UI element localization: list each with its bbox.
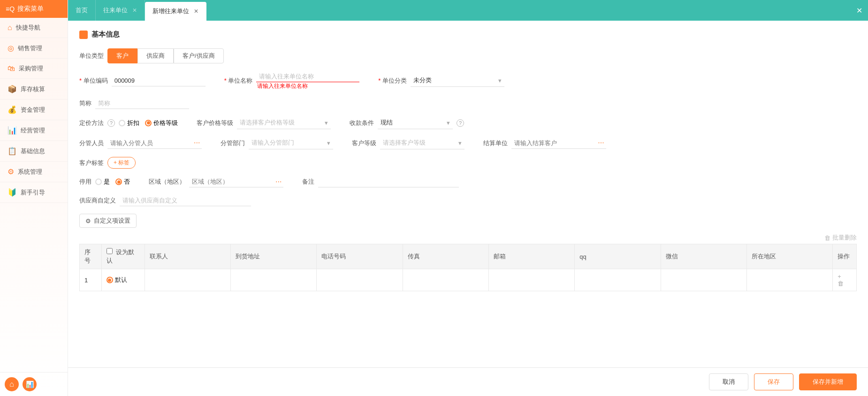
pricing-radio-group: 折扣 价格等级 bbox=[119, 119, 178, 127]
customer-level-placeholder: 请选择客户等级 bbox=[383, 139, 457, 147]
sidebar-item-quick-nav[interactable]: ⌂ 快捷导航 bbox=[0, 18, 68, 38]
sidebar: ≡Q 搜索菜单 ⌂ 快捷导航 ◎ 销售管理 🛍 采购管理 📦 库存核算 💰 资金… bbox=[0, 0, 68, 396]
type-btn-customer[interactable]: 客户 bbox=[107, 48, 137, 63]
settlement-more-btn[interactable]: ··· bbox=[596, 139, 606, 147]
disabled-yes-radio[interactable]: 是 bbox=[95, 178, 110, 186]
tab-home[interactable]: 首页 bbox=[68, 0, 96, 21]
form-content: 基本信息 单位类型 客户 供应商 客户/供应商 单位编码 单位名称 bbox=[68, 21, 868, 367]
type-btn-supplier[interactable]: 供应商 bbox=[137, 48, 174, 63]
save-button[interactable]: 保存 bbox=[754, 373, 793, 390]
row-address bbox=[230, 269, 316, 291]
row-fax-input[interactable] bbox=[408, 277, 484, 284]
tab-close-all-btn[interactable]: ✕ bbox=[851, 0, 868, 21]
manager-input-group: ··· bbox=[107, 138, 202, 149]
region-more-btn[interactable]: ··· bbox=[274, 178, 283, 186]
remark-label: 备注 bbox=[302, 178, 314, 186]
custom-settings-label: 自定义项设置 bbox=[94, 217, 130, 225]
pricing-help-icon[interactable]: ? bbox=[107, 119, 115, 127]
settlement-label: 结算单位 bbox=[483, 139, 508, 148]
row-delete-btn[interactable]: 🗑 bbox=[838, 280, 844, 287]
supplier-custom-input[interactable] bbox=[120, 195, 251, 206]
row-default-radio[interactable] bbox=[107, 277, 113, 283]
pricing-level-radio[interactable]: 价格等级 bbox=[145, 119, 178, 127]
row-default-label: 默认 bbox=[115, 276, 127, 284]
sidebar-item-operation[interactable]: 📊 经营管理 bbox=[0, 120, 68, 141]
section-basic-info: 基本信息 bbox=[79, 30, 857, 39]
sidebar-label: 库存核算 bbox=[21, 85, 45, 93]
disabled-no-radio[interactable]: 否 bbox=[115, 178, 130, 186]
row-wechat-input[interactable] bbox=[666, 277, 742, 284]
sidebar-item-basic[interactable]: 📋 基础信息 bbox=[0, 141, 68, 162]
remark-input[interactable] bbox=[318, 176, 459, 187]
manager-row: 分管人员 ··· 分管部门 请输入分管部门 ▾ 客户等级 请选择客户等级 ▾ bbox=[79, 137, 857, 149]
settlement-input[interactable] bbox=[511, 138, 596, 148]
tab-counterparty-label: 往来单位 bbox=[103, 6, 128, 15]
disabled-label: 停用 bbox=[79, 178, 91, 186]
payment-help-icon[interactable]: ? bbox=[457, 119, 464, 127]
tab-bar: 首页 往来单位 ✕ 新增往来单位 ✕ ✕ bbox=[68, 0, 868, 21]
col-region: 所在地区 bbox=[746, 244, 832, 269]
system-icon: ⚙ bbox=[8, 167, 14, 176]
sidebar-item-guide[interactable]: 🔰 新手引导 bbox=[0, 182, 68, 203]
row-contact-input[interactable] bbox=[150, 277, 226, 284]
row-phone-input[interactable] bbox=[321, 277, 397, 284]
customer-level-select[interactable]: 请选择客户等级 ▾ bbox=[380, 137, 464, 149]
pricing-level-circle bbox=[145, 120, 152, 126]
row-add-btn[interactable]: + bbox=[838, 273, 841, 280]
tab-new-counterparty-close[interactable]: ✕ bbox=[194, 8, 198, 15]
unit-category-value: 未分类 bbox=[413, 76, 496, 85]
short-name-input[interactable] bbox=[95, 98, 189, 109]
add-tag-button[interactable]: + 标签 bbox=[107, 157, 136, 169]
select-all-checkbox[interactable] bbox=[107, 248, 113, 254]
type-btn-both[interactable]: 客户/供应商 bbox=[174, 48, 224, 63]
pricing-label: 定价方法 bbox=[79, 119, 104, 127]
row-region-input[interactable] bbox=[752, 277, 828, 284]
department-select[interactable]: 请输入分管部门 ▾ bbox=[249, 137, 333, 149]
unit-category-select[interactable]: 未分类 ▾ bbox=[411, 74, 504, 87]
unit-name-input[interactable] bbox=[256, 71, 359, 82]
search-menu-btn[interactable]: ≡Q 搜索菜单 bbox=[0, 0, 68, 18]
sidebar-chart-btn[interactable]: 📊 bbox=[23, 377, 37, 391]
sidebar-home-btn[interactable]: ⌂ bbox=[5, 377, 19, 391]
customer-price-select[interactable]: 请选择客户价格等级 ▾ bbox=[237, 116, 331, 129]
inventory-icon: 📦 bbox=[8, 85, 17, 93]
sidebar-item-system[interactable]: ⚙ 系统管理 bbox=[0, 162, 68, 182]
region-input[interactable] bbox=[189, 176, 274, 187]
sidebar-label: 销售管理 bbox=[18, 44, 42, 53]
unit-name-label: 单位名称 bbox=[224, 77, 253, 85]
sidebar-item-inventory[interactable]: 📦 库存核算 bbox=[0, 79, 68, 100]
settlement-input-group: ··· bbox=[511, 138, 606, 149]
tab-new-counterparty[interactable]: 新增往来单位 ✕ bbox=[145, 2, 206, 21]
row-qq-input[interactable] bbox=[579, 277, 655, 284]
save-new-button[interactable]: 保存并新增 bbox=[799, 373, 857, 390]
section-title: 基本信息 bbox=[91, 30, 120, 39]
form-footer: 取消 保存 保存并新增 bbox=[68, 367, 868, 396]
col-contact: 联系人 bbox=[145, 244, 230, 269]
customer-level-group: 客户等级 请选择客户等级 ▾ bbox=[352, 137, 464, 149]
pricing-discount-radio[interactable]: 折扣 bbox=[119, 119, 139, 127]
region-input-group: ··· bbox=[189, 176, 283, 187]
row-email-input[interactable] bbox=[494, 277, 570, 284]
cancel-button[interactable]: 取消 bbox=[709, 373, 748, 390]
col-address: 到货地址 bbox=[230, 244, 316, 269]
customer-level-arrow: ▾ bbox=[458, 140, 462, 147]
sidebar-label: 新手引导 bbox=[21, 188, 45, 197]
row-contact bbox=[145, 269, 230, 291]
manager-input[interactable] bbox=[107, 138, 192, 148]
disabled-group: 停用 是 否 bbox=[79, 178, 130, 186]
sidebar-item-sales[interactable]: ◎ 销售管理 bbox=[0, 38, 68, 59]
manager-more-btn[interactable]: ··· bbox=[192, 139, 202, 147]
payment-terms-select[interactable]: 现结 ▾ bbox=[378, 116, 453, 129]
sidebar-item-purchase[interactable]: 🛍 采购管理 bbox=[0, 59, 68, 79]
custom-settings-button[interactable]: ⚙ 自定义项设置 bbox=[79, 214, 137, 228]
row-fax bbox=[403, 269, 488, 291]
tab-counterparty[interactable]: 往来单位 ✕ bbox=[96, 0, 145, 21]
short-name-group: 简称 bbox=[79, 98, 189, 109]
payment-terms-arrow: ▾ bbox=[447, 119, 450, 126]
sidebar-label: 资金管理 bbox=[21, 106, 45, 114]
unit-code-input[interactable] bbox=[112, 75, 206, 86]
unit-name-error: 请输入往来单位名称 bbox=[257, 82, 359, 90]
tab-counterparty-close[interactable]: ✕ bbox=[132, 7, 137, 14]
row-address-input[interactable] bbox=[236, 277, 312, 284]
sidebar-item-finance[interactable]: 💰 资金管理 bbox=[0, 100, 68, 120]
